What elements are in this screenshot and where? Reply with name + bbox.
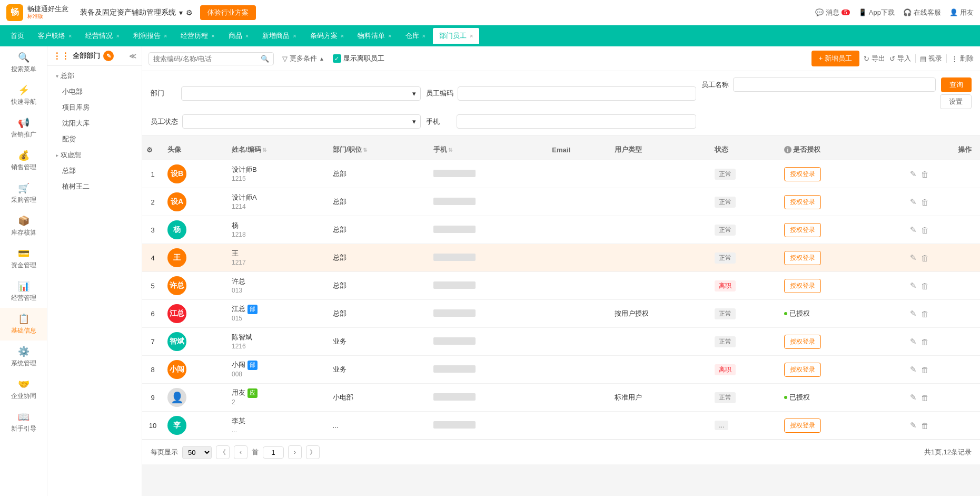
delete-btn[interactable]: ⋮ 删除 [951, 54, 974, 63]
auth-login-btn[interactable]: 授权登录 [784, 195, 821, 209]
dept-tree-item-smallelec[interactable]: 小电部 [47, 84, 142, 100]
more-filters-btn[interactable]: ▽ 更多条件 ▲ [278, 52, 329, 65]
system-title-dropdown-icon[interactable]: ▾ [179, 8, 183, 17]
auth-login-btn[interactable]: 授权登录 [784, 363, 821, 377]
dept-tree-item-headquarters-root[interactable]: ▾ 总部 [47, 68, 142, 84]
tab-department[interactable]: 部门员工 × [433, 28, 479, 44]
sidebar-item-inventory[interactable]: 📦 库存核算 [0, 210, 47, 242]
edit-btn[interactable]: ✎ [910, 281, 917, 290]
settings-icon[interactable]: ⚙ [186, 8, 193, 17]
delete-row-btn[interactable]: 🗑 [921, 421, 929, 430]
reset-btn[interactable]: 设置 [940, 94, 972, 109]
delete-row-btn[interactable]: 🗑 [921, 198, 929, 207]
search-input[interactable] [153, 55, 259, 63]
first-page-btn[interactable]: 《 [216, 445, 230, 459]
phone-filter-input[interactable] [457, 114, 696, 129]
delete-row-btn[interactable]: 🗑 [921, 393, 929, 402]
sidebar-item-collab[interactable]: 🤝 企业协同 [0, 373, 47, 406]
delete-row-btn[interactable]: 🗑 [921, 170, 929, 179]
sidebar-item-sales[interactable]: 💰 销售管理 [0, 144, 47, 177]
close-icon[interactable]: × [293, 33, 296, 39]
close-icon[interactable]: × [388, 33, 391, 39]
dept-tree-item-plant[interactable]: 植树王二 [47, 179, 142, 194]
delete-row-btn[interactable]: 🗑 [921, 281, 929, 290]
col-settings[interactable]: ⚙ [142, 140, 163, 160]
close-icon[interactable]: × [116, 33, 119, 39]
emp-code-filter-input[interactable] [458, 86, 696, 101]
edit-btn[interactable]: ✎ [910, 169, 917, 179]
edit-btn[interactable]: ✎ [910, 197, 917, 207]
sidebar-item-quicknav[interactable]: ⚡ 快速导航 [0, 79, 47, 112]
import-btn[interactable]: ↺ 导入 [889, 54, 911, 63]
delete-row-btn[interactable]: 🗑 [921, 254, 929, 262]
tab-profit[interactable]: 利润报告 × [127, 28, 173, 44]
col-name[interactable]: 姓名/编码 ⇅ [227, 140, 329, 160]
close-icon[interactable]: × [164, 33, 167, 39]
page-number-input[interactable] [263, 446, 284, 459]
tab-add-goods[interactable]: 新增商品 × [256, 28, 302, 44]
query-btn[interactable]: 查询 [941, 77, 972, 92]
sidebar-item-finance[interactable]: 💳 资金管理 [0, 242, 47, 275]
last-page-btn[interactable]: 》 [306, 445, 320, 459]
prev-page-btn[interactable]: ‹ [234, 445, 248, 459]
edit-btn[interactable]: ✎ [910, 309, 917, 318]
edit-btn[interactable]: ✎ [910, 337, 917, 346]
emp-name-filter-input[interactable] [733, 77, 936, 92]
close-icon[interactable]: × [245, 33, 249, 39]
export-btn[interactable]: ↻ 导出 [864, 54, 885, 63]
sidebar-item-system[interactable]: ⚙️ 系统管理 [0, 341, 47, 373]
trial-btn[interactable]: 体验行业方案 [200, 5, 256, 20]
edit-btn[interactable]: ✎ [910, 253, 917, 262]
delete-row-btn[interactable]: 🗑 [921, 226, 929, 235]
auth-login-btn[interactable]: 授权登录 [784, 335, 821, 349]
sidebar-item-purchase[interactable]: 🛒 采购管理 [0, 177, 47, 210]
delete-row-btn[interactable]: 🗑 [921, 309, 929, 318]
edit-btn[interactable]: ✎ [910, 393, 917, 402]
close-icon[interactable]: × [422, 33, 425, 39]
tab-home[interactable]: 首页 [4, 28, 31, 44]
auth-login-btn[interactable]: 授权登录 [784, 167, 821, 181]
sidebar-item-guide[interactable]: 📖 新手引导 [0, 406, 47, 439]
dept-tree-item-shenyang[interactable]: 沈阳大库 [47, 115, 142, 131]
dept-tree-item-projectroom[interactable]: 项目库房 [47, 100, 142, 115]
dept-tree-item-headquarters[interactable]: 总部 [47, 163, 142, 179]
dept-filter-select[interactable]: ▾ [181, 86, 421, 101]
app-download-btn[interactable]: 📱 App下载 [858, 8, 895, 17]
dept-tree-item-distribution[interactable]: 配货 [47, 131, 142, 147]
close-icon[interactable]: × [211, 33, 214, 39]
sidebar-item-basic[interactable]: 📋 基础信息 [0, 308, 47, 341]
auth-login-btn[interactable]: 授权登录 [784, 251, 821, 265]
tab-barcode[interactable]: 条码方案 × [304, 28, 350, 44]
auth-login-btn[interactable]: 授权登录 [784, 279, 821, 293]
per-page-select[interactable]: 50 20 100 [182, 446, 212, 459]
edit-btn[interactable]: ✎ [910, 365, 917, 374]
dept-tree-item-shuangxu[interactable]: ▸ 双虚想 [47, 147, 142, 163]
delete-row-btn[interactable]: 🗑 [921, 365, 929, 374]
tab-history[interactable]: 经营历程 × [174, 28, 221, 44]
delete-row-btn[interactable]: 🗑 [921, 337, 929, 346]
close-icon[interactable]: × [341, 33, 344, 39]
view-btn[interactable]: ▤ 视录 [920, 54, 942, 63]
sidebar-item-marketing[interactable]: 📢 营销推广 [0, 112, 47, 144]
auth-login-btn[interactable]: 授权登录 [784, 223, 821, 237]
tab-customer[interactable]: 客户联络 × [32, 28, 78, 44]
show-resigned-toggle[interactable]: ✓ 显示离职员工 [333, 54, 384, 63]
col-phone[interactable]: 手机 ⇅ [429, 140, 548, 160]
tab-bom[interactable]: 物料清单 × [351, 28, 398, 44]
emp-status-filter-select[interactable]: ▾ [182, 114, 421, 129]
close-icon[interactable]: × [68, 33, 72, 39]
tab-goods[interactable]: 商品 × [222, 28, 255, 44]
add-employee-btn[interactable]: + 新增员工 [811, 51, 859, 66]
sidebar-item-search[interactable]: 🔍 搜索菜单 [0, 46, 47, 79]
dept-edit-btn[interactable]: ✎ [103, 51, 114, 61]
user-avatar-btn[interactable]: 👤 用友 [949, 8, 974, 17]
online-service-btn[interactable]: 🎧 在线客服 [903, 8, 941, 17]
message-btn[interactable]: 💬 消息 5 [815, 8, 850, 17]
edit-btn[interactable]: ✎ [910, 225, 917, 235]
dept-collapse-btn[interactable]: ≪ [129, 52, 136, 60]
edit-btn[interactable]: ✎ [910, 421, 917, 430]
next-page-btn[interactable]: › [288, 445, 302, 459]
tab-operations[interactable]: 经营情况 × [79, 28, 125, 44]
col-dept[interactable]: 部门/职位 ⇅ [329, 140, 430, 160]
auth-login-btn[interactable]: 授权登录 [784, 419, 821, 433]
